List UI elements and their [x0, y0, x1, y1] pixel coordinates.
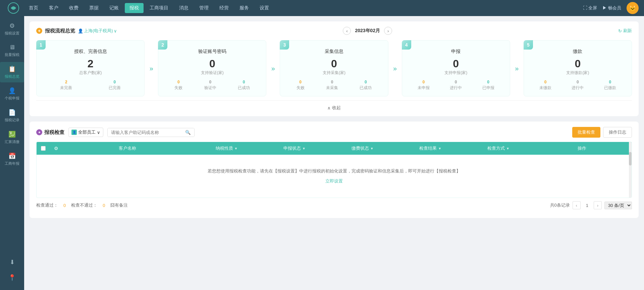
step-1-count: 2 — [42, 57, 139, 70]
step-1-stat-1-val: 0 — [109, 80, 121, 84]
nav-business[interactable]: 工商项目 — [145, 3, 173, 13]
location-selector[interactable]: 👤 上海(电子税局) ∨ — [78, 28, 117, 34]
operation-log-button[interactable]: 操作日志 — [603, 127, 632, 138]
scrollbar[interactable] — [629, 142, 632, 198]
vip-btn[interactable]: ▶ 畅会员 — [602, 5, 621, 11]
step-4-stat-0-val: 0 — [418, 80, 430, 84]
collapse-button[interactable]: ∧ 收起 — [36, 100, 632, 111]
mascot-avatar: 🐱 — [627, 2, 639, 14]
sidebar-item-annual-settlement[interactable]: 💹 汇算清缴 — [0, 127, 24, 148]
nav-home[interactable]: 首页 — [24, 3, 43, 13]
prev-month-button[interactable]: ‹ — [343, 27, 351, 35]
header-checkbox[interactable] — [41, 146, 46, 151]
sidebar-label-tax-settings: 报税设置 — [5, 31, 19, 36]
th-declare-status: 申报状态 ▼ — [261, 142, 329, 155]
filter-icon-1[interactable]: ▼ — [234, 147, 238, 150]
step-5-stat-0-label: 未缴款 — [539, 85, 551, 91]
tax-check-title-text: 报税检查 — [44, 129, 64, 136]
th-gear[interactable]: ⚙ — [50, 142, 62, 154]
sidebar-item-annual-report[interactable]: 📅 工商年报 — [0, 149, 24, 169]
step-5-stat-1-label: 进行中 — [572, 85, 584, 91]
staff-label: 全部员工 — [78, 129, 96, 135]
sidebar-bottom: ⬇ 📍 — [0, 255, 24, 290]
step-2-card: 2 验证账号密码 0 支持验证(家) 0 失败 0 验证中 0 已成功 — [158, 40, 266, 96]
filter-icon-5[interactable]: ▼ — [506, 147, 509, 150]
fail-count[interactable]: 0 — [103, 203, 105, 208]
step-5-stat-2-val: 0 — [604, 80, 616, 84]
nav-tax[interactable]: 报税 — [125, 3, 144, 13]
sidebar-item-individual-tax[interactable]: 👤 个税申报 — [0, 84, 24, 104]
step-3-count: 0 — [285, 57, 382, 70]
scrollbar-thumb[interactable] — [629, 152, 632, 165]
tax-check-card: ✦ 报税检查 👤 全部员工 ∨ 🔍 批量检查 操作日志 — [30, 122, 639, 218]
pass-count[interactable]: 0 — [63, 203, 66, 208]
month-nav: ‹ 2023年02月 › — [343, 27, 392, 35]
nav-client[interactable]: 客户 — [44, 3, 63, 13]
step-3-stat-2-label: 已成功 — [360, 85, 372, 91]
table-body-empty: 若您想使用报税检查功能，请先在【报税设置】中进行报税的初始化设置，完成密码验证和… — [37, 155, 632, 198]
nav-invoice[interactable]: 票据 — [85, 3, 103, 13]
th-checkbox[interactable] — [37, 143, 50, 154]
step-4-stat-1: 0 进行中 — [450, 80, 462, 91]
sidebar-item-download[interactable]: ⬇ — [0, 255, 24, 269]
step-4-stat-1-label: 进行中 — [450, 85, 462, 91]
step-1-stat-0: 2 未完善 — [60, 80, 72, 91]
download-icon: ⬇ — [10, 259, 15, 266]
nav-service[interactable]: 服务 — [235, 3, 254, 13]
step-5-count: 0 — [529, 57, 626, 70]
filter-icon-2[interactable]: ▼ — [302, 147, 306, 150]
step-3-title: 采集信息 — [285, 46, 382, 55]
step-5-stat-0: 0 未缴款 — [539, 80, 551, 91]
search-input[interactable] — [108, 128, 182, 137]
th-check-result-label: 检查结果 — [419, 145, 437, 151]
step-4-count: 0 — [408, 57, 504, 70]
nav-fee[interactable]: 收费 — [64, 3, 83, 13]
sidebar-item-tax-overview[interactable]: 📋 报税总览 — [0, 62, 24, 82]
top-right: ⛶ 全屏 ▶ 畅会员 🐱 — [583, 2, 639, 14]
month-display: 2023年02月 — [355, 28, 380, 34]
search-wrap: 🔍 — [107, 128, 195, 137]
sidebar-label-tax-record: 报税记录 — [5, 118, 19, 123]
sidebar-item-location[interactable]: 📍 — [0, 271, 24, 285]
batch-check-button[interactable]: 批量检查 — [572, 127, 600, 138]
step-1-stat-1: 0 已完善 — [109, 80, 121, 91]
process-header: + 报税流程总览 👤 上海(电子税局) ∨ ‹ 2023年02月 › ↻ 刷新 — [36, 27, 632, 35]
next-page-button[interactable]: › — [594, 201, 602, 209]
sidebar-item-tax-settings[interactable]: ⚙ 报税设置 — [0, 19, 24, 39]
nav-bookkeeping[interactable]: 记账 — [105, 3, 123, 13]
nav-operate[interactable]: 经营 — [215, 3, 233, 13]
step-5-title: 缴款 — [529, 46, 626, 55]
fullscreen-btn[interactable]: ⛶ 全屏 — [583, 5, 597, 11]
nav-settings[interactable]: 设置 — [255, 3, 274, 13]
sidebar-item-batch-tax[interactable]: 🖥 批量报税 — [0, 41, 24, 61]
step-3-stat-2-val: 0 — [360, 80, 372, 84]
location-icon: 📍 — [8, 274, 16, 281]
nav-manage[interactable]: 管理 — [195, 3, 213, 13]
collapse-label: 收起 — [332, 105, 341, 111]
sidebar-item-tax-record[interactable]: 📄 报税记录 — [0, 105, 24, 126]
prev-page-button[interactable]: ‹ — [573, 201, 581, 209]
step-3-stat-1-label: 未采集 — [326, 85, 338, 91]
step-2-stat-2-val: 0 — [238, 80, 250, 84]
step-1-stats: 2 未完善 0 已完善 — [42, 80, 139, 91]
refresh-button[interactable]: ↻ 刷新 — [618, 28, 632, 34]
th-pay-status-label: 缴费状态 — [352, 145, 369, 151]
staff-selector[interactable]: 👤 全部员工 ∨ — [68, 128, 103, 137]
search-button[interactable]: 🔍 — [182, 128, 194, 137]
th-customer-name: 客户名称 — [62, 142, 193, 155]
setup-link[interactable]: 立即设置 — [325, 178, 343, 184]
main-content: + 报税流程总览 👤 上海(电子税局) ∨ ‹ 2023年02月 › ↻ 刷新 … — [24, 16, 644, 290]
sidebar-label-tax-overview: 报税总览 — [5, 74, 19, 79]
th-tax-nature: 纳税性质 ▼ — [193, 142, 261, 155]
arrow-2: » — [266, 40, 280, 96]
per-page-select[interactable]: 30 条/页 — [604, 202, 632, 209]
step-3-stat-2: 0 已成功 — [360, 80, 372, 91]
step-3-card: 3 采集信息 0 支持采集(家) 0 失败 0 未采集 0 已成功 — [280, 40, 388, 96]
next-month-button[interactable]: › — [384, 27, 392, 35]
step-2-stat-1: 0 验证中 — [204, 80, 216, 91]
tax-overview-icon: 📋 — [8, 65, 16, 73]
filter-icon-3[interactable]: ▼ — [370, 147, 374, 150]
step-3-stat-1: 0 未采集 — [326, 80, 338, 91]
filter-icon-4[interactable]: ▼ — [438, 147, 441, 150]
nav-message[interactable]: 消息 — [174, 3, 193, 13]
